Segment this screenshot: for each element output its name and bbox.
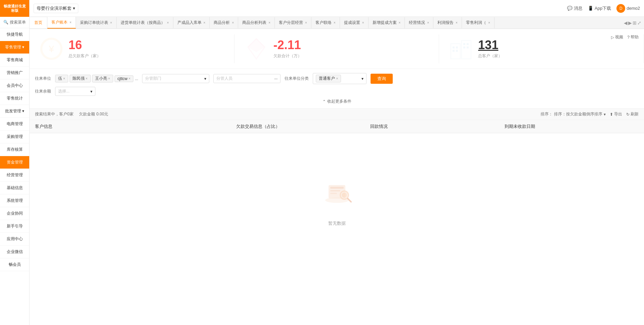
sidebar-item-enterprise[interactable]: 企业协同 — [0, 207, 29, 220]
help-icon: ? — [627, 35, 630, 40]
tab-close-icon[interactable]: × — [110, 21, 112, 25]
tab-close-icon[interactable]: × — [456, 21, 458, 25]
tab-close-icon[interactable]: × — [305, 21, 307, 25]
sidebar-item-retail[interactable]: 零售管理 ▾ — [0, 41, 29, 54]
tab-next-arrow[interactable]: ▶ — [628, 20, 632, 26]
tag-close-icon[interactable]: × — [336, 77, 338, 80]
tab-retail-profit[interactable]: 零售利润（ × — [462, 17, 495, 28]
sidebar-item-finance[interactable]: 资金管理 — [0, 156, 29, 169]
tab-product-analysis[interactable]: 商品分析 × — [210, 17, 238, 28]
stats-row: ¥ 16 总欠款客户（家） -2.11 欠款合计（万 — [30, 29, 644, 69]
more-tags-button[interactable]: ... — [135, 76, 138, 81]
tab-close-icon[interactable]: × — [362, 21, 364, 25]
query-button[interactable]: 查询 — [371, 74, 393, 84]
collapse-button[interactable]: ⌃ 收起更多条件 — [35, 99, 639, 104]
tab-customer-tier[interactable]: 客户分层经营 × — [275, 17, 311, 28]
svg-rect-16 — [330, 187, 344, 189]
tag-close-icon[interactable]: × — [86, 77, 88, 80]
app-download-button[interactable]: 📱 App下载 — [588, 5, 611, 11]
help-link[interactable]: ? 帮助 — [627, 34, 639, 40]
tab-close-icon[interactable]: × — [427, 21, 429, 25]
app-logo: 畅捷通好生意 标版 — [0, 0, 29, 17]
message-icon: 💬 — [567, 6, 572, 11]
tab-close-icon[interactable]: × — [167, 21, 169, 25]
tab-close-icon[interactable]: × — [70, 21, 72, 24]
sidebar-item-basics[interactable]: 基础信息 — [0, 182, 29, 194]
stat-text-debt: -2.11 欠款合计（万） — [273, 39, 302, 59]
tab-close-icon[interactable]: × — [334, 21, 336, 25]
sidebar-item-system[interactable]: 系统管理 — [0, 194, 29, 207]
video-link[interactable]: ▷ 视频 — [611, 34, 623, 40]
tab-new-commission[interactable]: 新增提成方案 × — [369, 17, 405, 28]
svg-text:¥: ¥ — [48, 44, 54, 54]
category-tag[interactable]: 普通客户 × — [316, 75, 341, 82]
tab-prev-arrow[interactable]: ◀ — [624, 20, 628, 26]
empty-state: 暂无数据 — [300, 155, 374, 247]
version-selector[interactable]: 母婴行业演示帐套 ▾ — [34, 4, 78, 13]
tab-profit-report[interactable]: 利润报告 × — [433, 17, 462, 28]
category-select[interactable]: 普通客户 × ▾ — [313, 73, 367, 84]
sidebar-item-quick-nav[interactable]: 快捷导航 — [0, 28, 29, 41]
svg-rect-9 — [456, 50, 458, 52]
balance-select[interactable]: 选择... ▾ — [55, 87, 95, 96]
topbar-left: 母婴行业演示帐套 ▾ — [34, 4, 78, 13]
tab-commission-settings[interactable]: 提成设置 × — [340, 17, 369, 28]
sidebar-item-apps[interactable]: 应用中心 — [0, 233, 29, 246]
sidebar-item-newbie[interactable]: 新手引导 — [0, 220, 29, 233]
sidebar-item-members[interactable]: 会员中心 — [0, 79, 29, 92]
messages-button[interactable]: 💬 消息 — [567, 5, 583, 11]
filter-tag-unit1[interactable]: 伍 × — [55, 75, 68, 82]
tab-product-inbound[interactable]: 产成品入库单 × — [173, 17, 210, 28]
sidebar-item-inventory[interactable]: 库存核算 — [0, 143, 29, 156]
tab-customer-contact[interactable]: 客户联络 × — [311, 17, 340, 28]
tab-customer-ledger[interactable]: 客户账本 × — [47, 17, 76, 29]
stat-card-customers: ¥ 16 总欠款客户（家） — [30, 34, 234, 63]
filter-tag-unit4[interactable]: cjttcw × — [115, 75, 134, 82]
person-select[interactable]: 分管人员 ··· — [213, 74, 281, 83]
tag-close-icon[interactable]: × — [129, 77, 131, 80]
sidebar-item-operations[interactable]: 经营管理 — [0, 169, 29, 182]
sidebar-item-retail-mall[interactable]: 零售商城 — [0, 54, 29, 67]
sidebar-item-wechat[interactable]: 企业微信 — [0, 246, 29, 258]
tab-expand-icon[interactable]: ⊞ — [633, 20, 637, 26]
refresh-button[interactable]: ↻ 刷新 — [626, 111, 639, 117]
sidebar-item-members2[interactable]: 畅会员 — [0, 258, 29, 271]
tab-product-analysis-list[interactable]: 商品分析列表 × — [238, 17, 275, 28]
sidebar-item-wholesale[interactable]: 批发管理 ▾ — [0, 105, 29, 118]
filter-tag-unit2[interactable]: 陈民强 × — [70, 75, 91, 82]
tab-close-icon[interactable]: × — [488, 21, 490, 25]
results-bar: 搜索结果中，客户0家 欠款金额 0.00元 排序： 排序：按欠款金额倒序排序 ▾… — [30, 109, 644, 120]
table-header: 客户信息 欠款交易信息（占比） 回款情况 到期未收款日期 — [30, 120, 644, 133]
chevron-down-icon: ▾ — [361, 76, 363, 81]
svg-rect-17 — [330, 190, 340, 191]
search-menu[interactable]: 🔍 搜索菜单 — [0, 17, 29, 28]
dept-select[interactable]: 分管部门 ▾ — [142, 74, 209, 83]
user-avatar[interactable]: D demo2 — [616, 4, 640, 13]
tab-close-icon[interactable]: × — [232, 21, 234, 25]
diamond-icon — [245, 37, 268, 61]
tab-fullscreen-icon[interactable]: ⤢ — [637, 20, 641, 26]
col-repayment: 回款情况 — [370, 123, 504, 130]
table-body: 暂无数据 — [30, 133, 644, 268]
tag-close-icon[interactable]: × — [108, 77, 110, 80]
total-customers-label: 总客户（家） — [478, 53, 502, 59]
tab-close-icon[interactable]: × — [268, 21, 270, 25]
export-button[interactable]: ⬆ 导出 — [610, 111, 622, 117]
sidebar-item-marketing[interactable]: 营销推广 — [0, 67, 29, 79]
sort-select[interactable]: 排序： 排序：按欠款金额倒序排序 ▾ — [541, 111, 606, 117]
sidebar-item-ecommerce[interactable]: 电商管理 — [0, 118, 29, 131]
tab-home[interactable]: 首页 — [30, 17, 47, 28]
svg-rect-7 — [456, 46, 458, 48]
sidebar-item-purchase[interactable]: 采购管理 — [0, 131, 29, 143]
tab-purchase-order-stats[interactable]: 采购订单统计表 × — [76, 17, 117, 28]
tab-inbound-stats[interactable]: 进货单统计表（按商品） × — [117, 17, 173, 28]
tab-business-status[interactable]: 经营情况 × — [405, 17, 433, 28]
sidebar-item-retail-stats[interactable]: 零售统计 — [0, 92, 29, 105]
tab-close-icon[interactable]: × — [399, 21, 401, 25]
filter-row-1: 往来单位 伍 × 陈民强 × 王小亮 × cjttcw — [35, 73, 639, 84]
tab-close-icon[interactable]: × — [204, 21, 206, 25]
filter-tag-unit3[interactable]: 王小亮 × — [92, 75, 113, 82]
balance-label: 往来余额 — [35, 88, 51, 94]
svg-rect-18 — [330, 193, 337, 194]
tag-close-icon[interactable]: × — [63, 77, 65, 80]
